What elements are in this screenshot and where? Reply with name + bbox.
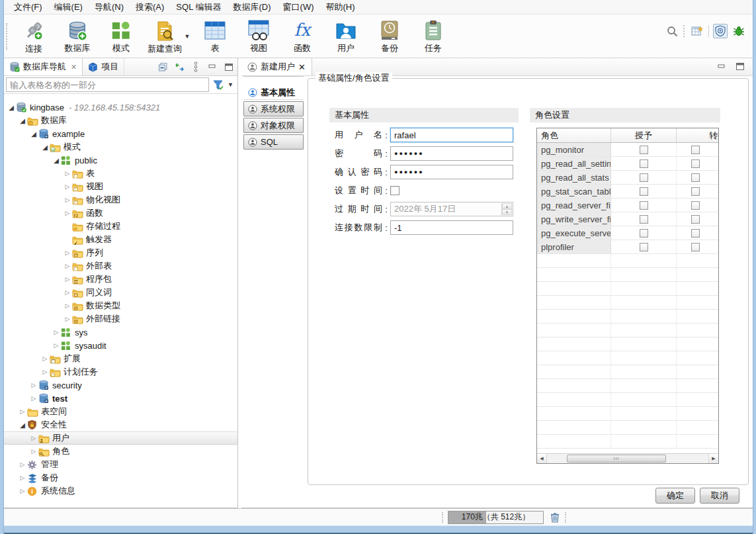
- menu-编辑e[interactable]: 编辑(E): [48, 0, 89, 15]
- toolbar-grip[interactable]: [6, 23, 9, 50]
- collapsed-arrow-icon[interactable]: ▷: [29, 435, 38, 441]
- toolbar-user-button[interactable]: 用户: [324, 18, 368, 55]
- 用户名-input[interactable]: rafael: [390, 128, 513, 142]
- tree-item-物化视图[interactable]: ▷ ▤物化视图: [4, 193, 237, 206]
- collapsed-arrow-icon[interactable]: ▷: [29, 382, 38, 388]
- 连接数限制-input[interactable]: -1: [390, 220, 513, 235]
- roles-hscrollbar[interactable]: ◀ ▶: [537, 453, 718, 463]
- role-row-pg_stat_scan_table[interactable]: pg_stat_scan_table: [537, 185, 719, 199]
- tree-item-扩展[interactable]: ▷ ▦扩展: [4, 352, 237, 365]
- menu-文件f[interactable]: 文件(F): [8, 0, 48, 15]
- tree-item-kingbase[interactable]: ◢ kingbase- 192.168.45.158:54321: [4, 101, 237, 114]
- grant-checkbox[interactable]: [640, 229, 648, 238]
- tree-item-public[interactable]: ◢ public: [4, 154, 237, 167]
- link-with-editor-icon[interactable]: [173, 61, 185, 73]
- scrollbar-track[interactable]: [547, 454, 708, 463]
- collapsed-arrow-icon[interactable]: ▷: [18, 461, 27, 468]
- menu-帮助h[interactable]: 帮助(H): [319, 0, 360, 15]
- 过期时间-input[interactable]: 2022年 5月17日▲▼: [390, 202, 513, 216]
- tree-item-外部表[interactable]: ▷ ▦外部表: [4, 259, 237, 273]
- expanded-arrow-icon[interactable]: ◢: [18, 117, 27, 124]
- collapsed-arrow-icon[interactable]: ▷: [18, 408, 27, 415]
- toolbar-backup-button[interactable]: 备份: [368, 18, 411, 55]
- tree-item-example[interactable]: ◢ example: [4, 127, 237, 140]
- toolbar-task-button[interactable]: 任务: [411, 18, 455, 55]
- tree-item-视图[interactable]: ▷ ▤视图: [4, 180, 237, 193]
- role-row-pg_monitor[interactable]: pg_monitor: [537, 143, 719, 157]
- grant-checkbox[interactable]: [640, 159, 648, 168]
- collapsed-arrow-icon[interactable]: ▷: [40, 355, 50, 362]
- shield-icon[interactable]: [713, 24, 728, 38]
- tree-item-管理[interactable]: ▷管理: [4, 458, 237, 471]
- toolbar-schema-button[interactable]: 模式: [99, 18, 143, 55]
- ok-button[interactable]: 确定: [655, 488, 695, 504]
- tree-item-系统信息[interactable]: ▷i系统信息: [4, 484, 237, 498]
- tree-item-数据类型[interactable]: ▷ ∷数据类型: [4, 299, 237, 312]
- admin-checkbox[interactable]: [691, 159, 700, 168]
- 密码-input[interactable]: ●●●●●●: [390, 146, 513, 161]
- panel-tab-project[interactable]: 项目: [83, 58, 124, 75]
- collapsed-arrow-icon[interactable]: ▷: [18, 474, 27, 481]
- admin-checkbox[interactable]: [691, 243, 700, 251]
- menu-导航n[interactable]: 导航(N): [89, 0, 130, 15]
- scroll-right-icon[interactable]: ▶: [708, 454, 718, 463]
- collapsed-arrow-icon[interactable]: ▷: [63, 210, 72, 216]
- maximize-editor-icon[interactable]: [734, 62, 746, 71]
- column-admin[interactable]: 转授: [677, 128, 719, 142]
- menu-数据库d[interactable]: 数据库(D): [228, 0, 277, 15]
- expanded-arrow-icon[interactable]: ◢: [7, 104, 16, 111]
- role-row-pg_execute_server[interactable]: pg_execute_server: [537, 226, 719, 240]
- grant-checkbox[interactable]: [640, 201, 648, 210]
- menu-搜索a[interactable]: 搜索(A): [130, 0, 170, 15]
- tree-item-用户[interactable]: ▷ 用户: [4, 431, 237, 445]
- view-menu-icon[interactable]: [190, 61, 202, 73]
- collapsed-arrow-icon[interactable]: ▷: [29, 448, 38, 455]
- admin-checkbox[interactable]: [691, 215, 700, 224]
- 确认密码-input[interactable]: ●●●●●●: [390, 165, 513, 179]
- collapse-all-icon[interactable]: [157, 61, 169, 73]
- table-filter-input[interactable]: [6, 77, 209, 92]
- admin-checkbox[interactable]: [691, 146, 700, 154]
- admin-checkbox[interactable]: [691, 187, 700, 196]
- grant-checkbox[interactable]: [640, 146, 648, 154]
- minimize-panel-icon[interactable]: [206, 61, 218, 73]
- scrollbar-thumb[interactable]: [567, 455, 666, 463]
- tree-item-外部链接[interactable]: ▷ ∷外部链接: [4, 312, 237, 326]
- collapsed-arrow-icon[interactable]: ▷: [52, 342, 61, 349]
- collapsed-arrow-icon[interactable]: ▷: [63, 289, 72, 296]
- admin-checkbox[interactable]: [691, 173, 700, 182]
- role-row-pg_write_server_fil[interactable]: pg_write_server_fil: [537, 212, 719, 226]
- collapsed-arrow-icon[interactable]: ▷: [63, 302, 72, 309]
- expanded-arrow-icon[interactable]: ◢: [29, 130, 38, 138]
- menu-sql 编辑器[interactable]: SQL 编辑器: [170, 0, 227, 15]
- collapsed-arrow-icon[interactable]: ▷: [40, 369, 50, 375]
- tree-item-security[interactable]: ▷ security: [4, 378, 237, 392]
- tree-item-同义词[interactable]: ▷ A同义词: [4, 286, 237, 299]
- role-row-pg_read_server_fil[interactable]: pg_read_server_fil: [537, 199, 719, 212]
- grant-checkbox[interactable]: [640, 173, 648, 182]
- collapsed-arrow-icon[interactable]: ▷: [63, 276, 72, 283]
- expanded-arrow-icon[interactable]: ◢: [52, 157, 61, 164]
- tree-item-程序包[interactable]: ▷ <>程序包: [4, 273, 237, 286]
- side-tab-系统权限[interactable]: 系统权限: [243, 101, 304, 116]
- tree-item-计划任务[interactable]: ▷ 计划任务: [4, 365, 237, 378]
- panel-tab-database-navigator[interactable]: 数据库导航✕: [4, 58, 83, 75]
- role-row-plprofiler[interactable]: plprofiler: [537, 240, 719, 254]
- tree-item-备份[interactable]: ▷备份: [4, 471, 237, 484]
- role-row-pg_read_all_stats[interactable]: pg_read_all_stats: [537, 171, 719, 185]
- collapsed-arrow-icon[interactable]: ▷: [63, 263, 72, 269]
- tree-item-函数[interactable]: ▷ ƒ函数: [4, 206, 237, 220]
- grant-checkbox[interactable]: [640, 215, 648, 224]
- heap-status-gauge[interactable]: 170兆（共 512兆）: [448, 511, 544, 524]
- new-table-icon[interactable]: [690, 24, 704, 38]
- collapsed-arrow-icon[interactable]: ▷: [63, 170, 72, 177]
- grant-checkbox[interactable]: [640, 243, 648, 251]
- spinner-buttons[interactable]: ▲▼: [501, 203, 512, 215]
- expanded-arrow-icon[interactable]: ◢: [18, 422, 27, 429]
- minimize-editor-icon[interactable]: [716, 62, 728, 71]
- debug-icon[interactable]: [732, 24, 746, 38]
- collapsed-arrow-icon[interactable]: ▷: [63, 197, 72, 203]
- tree-item-sys[interactable]: ▷ sys: [4, 326, 237, 339]
- toolbar-table-button[interactable]: 表: [193, 18, 237, 55]
- tree-item-安全性[interactable]: ◢安全性: [4, 418, 237, 431]
